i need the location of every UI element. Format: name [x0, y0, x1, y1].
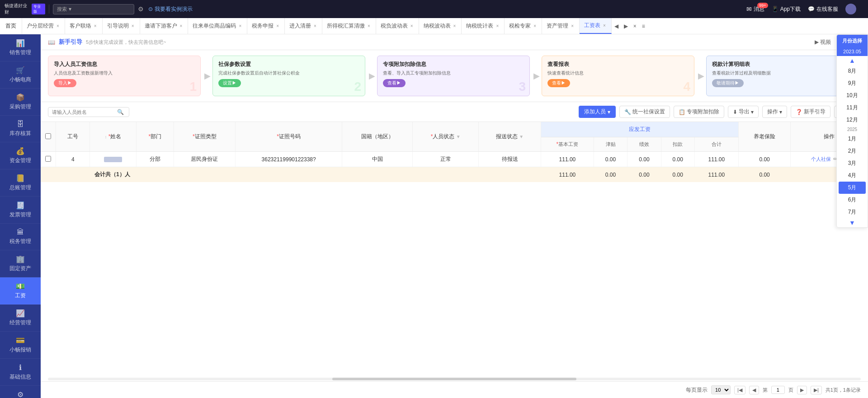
month-8[interactable]: 8月 — [837, 65, 868, 77]
month-11[interactable]: 11月 — [837, 102, 868, 114]
avatar[interactable] — [845, 4, 856, 14]
report-filter-icon[interactable]: ▼ — [519, 134, 524, 139]
tab-nashuitongji[interactable]: 纳税统计表× — [462, 18, 505, 34]
tab-menu-button[interactable]: ≡ — [639, 18, 648, 34]
row-checkbox[interactable] — [45, 156, 51, 162]
select-all-checkbox[interactable] — [45, 133, 51, 139]
cell-work-num: 4 — [56, 152, 90, 167]
tab-wanglai[interactable]: 往来单位商品编码× — [188, 18, 247, 34]
tab-shuijian[interactable]: 税检专家× — [505, 18, 542, 34]
message-button[interactable]: ✉ 消息 99+ — [746, 5, 764, 13]
month-4[interactable]: 4月 — [837, 169, 868, 182]
tab-home[interactable]: 首页 — [0, 18, 22, 34]
online-service-button[interactable]: 💬 在线客服 — [808, 5, 838, 13]
page-number-input[interactable] — [771, 386, 785, 394]
month-up-button[interactable]: ▲ — [847, 57, 857, 64]
month-7[interactable]: 7月 — [837, 206, 868, 218]
step-4-button[interactable]: 查看▶ — [547, 79, 570, 87]
next-page-button[interactable]: ▶ — [797, 386, 807, 394]
sidebar-item-ecommerce[interactable]: 🛒 小畅电商 — [0, 61, 41, 89]
step-5-button[interactable]: 敬请期待▶ — [712, 79, 744, 87]
sidebar-item-management[interactable]: 📈 经营管理 — [0, 304, 41, 332]
tab-nashui[interactable]: 纳税波动表× — [419, 18, 462, 34]
month-3[interactable]: 3月 — [837, 157, 868, 169]
close-icon[interactable]: × — [533, 23, 537, 29]
tab-shuifub[interactable]: 税负波动表× — [376, 18, 419, 34]
close-icon[interactable]: × — [93, 23, 98, 29]
search-icon[interactable]: 🔍 — [117, 109, 124, 115]
tab-qingce[interactable]: 进入清册× — [285, 18, 322, 34]
sidebar-item-basic[interactable]: ℹ 基础信息 — [0, 359, 41, 386]
sidebar-item-tax[interactable]: 🏛 税务管理 — [0, 224, 41, 250]
special-deduction-button[interactable]: 📋 专项附加扣除 — [674, 106, 724, 118]
sidebar-item-invoice[interactable]: 🧾 发票管理 — [0, 197, 41, 224]
last-page-button[interactable]: ▶| — [811, 386, 822, 394]
tab-zichan[interactable]: 资产管理× — [542, 18, 580, 34]
sidebar-item-sales[interactable]: 📊 销售管理 — [0, 34, 41, 61]
settings-icon[interactable]: ⚙ — [138, 5, 144, 13]
close-icon[interactable]: × — [131, 23, 135, 29]
month-1[interactable]: 1月 — [837, 133, 868, 145]
close-icon[interactable]: × — [313, 23, 317, 29]
status-filter-icon[interactable]: ▼ — [456, 134, 461, 139]
close-icon[interactable]: × — [602, 23, 607, 28]
tab-kehu[interactable]: 客户联络× — [65, 18, 103, 34]
video-link[interactable]: ▶ 视频 — [815, 38, 831, 46]
step-1-button[interactable]: 导入▶ — [54, 79, 76, 87]
first-page-button[interactable]: |◀ — [734, 386, 745, 394]
new-guide-button[interactable]: ❓ 新手引导 — [791, 106, 830, 118]
operation-button[interactable]: 操作 ▾ — [762, 106, 787, 118]
search-input[interactable] — [52, 109, 115, 115]
month-10[interactable]: 10月 — [837, 89, 868, 102]
tab-gongzi[interactable]: 工资表× — [580, 18, 612, 34]
tab-prev-button[interactable]: ◀ — [612, 18, 621, 34]
unified-social-button[interactable]: 🔧 统一社保设置 — [619, 106, 670, 118]
month-12[interactable]: 12月 — [837, 114, 868, 126]
tab-fenceng[interactable]: 户分层经营× — [22, 18, 65, 34]
close-icon[interactable]: × — [275, 23, 280, 29]
tab-next-button[interactable]: ▶ — [621, 18, 631, 34]
month-2[interactable]: 2月 — [837, 145, 868, 157]
tab-yindao[interactable]: 引导说明× — [103, 18, 140, 34]
step-3-button[interactable]: 查看▶ — [383, 79, 406, 87]
app-download-button[interactable]: 📱 App下载 — [772, 5, 801, 13]
operation-dropdown-icon: ▾ — [779, 109, 782, 115]
month-nav-down: ▼ — [837, 218, 868, 227]
sidebar-item-expense[interactable]: 💳 小畅报销 — [0, 332, 41, 359]
scroll-thumb[interactable] — [332, 378, 576, 380]
close-icon[interactable]: × — [410, 23, 414, 29]
month-6[interactable]: 6月 — [837, 194, 868, 206]
search-input-box[interactable]: 🔍 — [48, 107, 129, 117]
search-dropdown-icon[interactable]: ▾ — [69, 6, 71, 12]
sidebar-item-ledger[interactable]: 📒 总账管理 — [0, 169, 41, 197]
per-page-select[interactable]: 10 20 50 — [711, 385, 731, 394]
tab-suodeshui[interactable]: 所得税汇算清缴× — [322, 18, 376, 34]
sidebar-item-fixed-asset[interactable]: 🏢 固定资产 — [0, 250, 41, 277]
close-icon[interactable]: × — [367, 23, 371, 29]
close-icon[interactable]: × — [570, 23, 575, 29]
sidebar-item-purchase[interactable]: 📦 采购管理 — [0, 89, 41, 116]
sidebar-item-salary[interactable]: 💵 工资 — [0, 277, 41, 304]
tab-yaoqing[interactable]: 邀请下游客户× — [140, 18, 189, 34]
export-button[interactable]: ⬇ 导出 ▾ — [728, 106, 759, 118]
tab-close-all-button[interactable]: × — [631, 18, 639, 34]
sidebar-item-system[interactable]: ⚙ 系统管理 — [0, 386, 41, 398]
step-2-button[interactable]: 设置▶ — [218, 79, 241, 87]
footer-allowance: 0.00 — [594, 167, 627, 183]
month-5[interactable]: 5月 — [839, 182, 866, 194]
demo-link[interactable]: ⊙ 我要看实例演示 — [148, 5, 193, 13]
close-icon[interactable]: × — [495, 23, 500, 29]
sidebar-item-inventory[interactable]: 🗄 库存核算 — [0, 116, 41, 142]
month-down-button[interactable]: ▼ — [847, 219, 857, 226]
close-icon[interactable]: × — [238, 23, 242, 29]
sidebar-item-fund[interactable]: 💰 资金管理 — [0, 142, 41, 169]
close-icon[interactable]: × — [179, 23, 184, 29]
prev-page-button[interactable]: ◀ — [749, 386, 759, 394]
tab-shuiwu[interactable]: 税务申报× — [247, 18, 285, 34]
header-search-box[interactable]: 搜索 ▾ — [53, 4, 134, 14]
add-person-button[interactable]: 添加人员 ▾ — [579, 106, 616, 118]
close-icon[interactable]: × — [453, 23, 457, 29]
close-icon[interactable]: × — [56, 23, 60, 29]
personal-social-link[interactable]: 个人社保 — [811, 156, 831, 162]
month-9[interactable]: 9月 — [837, 77, 868, 89]
